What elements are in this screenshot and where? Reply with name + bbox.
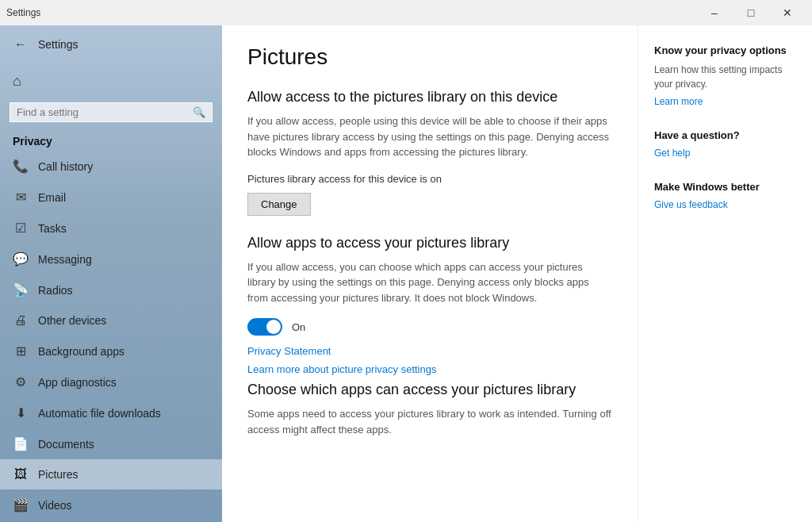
sidebar-item-other-devices[interactable]: 🖨 Other devices	[0, 305, 222, 336]
back-icon: ←	[14, 37, 27, 52]
sidebar-nav-top: ← Settings	[0, 25, 222, 63]
toggle-track	[247, 318, 282, 336]
toggle-row: On	[247, 318, 612, 336]
title-bar-controls: – □ ✕	[696, 0, 806, 25]
sidebar-item-tasks[interactable]: ☑ Tasks	[0, 213, 222, 244]
right-section-feedback: Make Windows better Give us feedback	[654, 181, 796, 210]
sidebar-item-documents[interactable]: 📄 Documents	[0, 428, 222, 459]
home-button[interactable]: ⌂	[0, 63, 222, 99]
section1-description: If you allow access, people using this d…	[247, 113, 612, 160]
close-button[interactable]: ✕	[769, 0, 806, 25]
pictures-toggle[interactable]	[247, 318, 282, 336]
search-box[interactable]: 🔍	[10, 102, 213, 122]
sidebar: ← Settings ⌂ 🔍 Privacy 📞 Call history ✉ …	[0, 25, 222, 522]
sidebar-item-label: Pictures	[38, 468, 79, 481]
sidebar-item-label: Call history	[38, 160, 93, 173]
home-icon: ⌂	[13, 73, 21, 90]
sidebar-item-email[interactable]: ✉ Email	[0, 182, 222, 213]
sidebar-app-title: Settings	[38, 38, 79, 51]
search-input[interactable]	[17, 106, 193, 118]
sidebar-item-label: Messaging	[38, 253, 92, 266]
sidebar-item-background-apps[interactable]: ⊞ Background apps	[0, 336, 222, 367]
main-panel: Pictures Allow access to the pictures li…	[222, 25, 812, 522]
sidebar-item-label: App diagnostics	[38, 376, 117, 389]
section1-heading: Allow access to the pictures library on …	[247, 89, 612, 106]
sidebar-item-label: Tasks	[38, 222, 67, 235]
sidebar-item-label: Email	[38, 191, 66, 204]
sidebar-item-label: Background apps	[38, 345, 124, 358]
sidebar-item-label: Automatic file downloads	[38, 407, 161, 420]
other-devices-icon: 🖨	[13, 313, 29, 328]
app-body: ← Settings ⌂ 🔍 Privacy 📞 Call history ✉ …	[0, 25, 812, 522]
title-bar-left: Settings	[6, 7, 40, 18]
maximize-button[interactable]: □	[733, 0, 769, 25]
page-title: Pictures	[247, 44, 612, 70]
email-icon: ✉	[13, 190, 29, 205]
sidebar-item-videos[interactable]: 🎬 Videos	[0, 489, 222, 520]
give-feedback-link[interactable]: Give us feedback	[654, 199, 796, 210]
pictures-icon: 🖼	[13, 467, 29, 482]
section3-heading: Choose which apps can access your pictur…	[247, 382, 612, 398]
toggle-label: On	[292, 321, 305, 333]
section2-description: If you allow access, you can choose whic…	[247, 259, 612, 306]
learn-more-pictures-link[interactable]: Learn more about picture privacy setting…	[247, 363, 612, 375]
tasks-icon: ☑	[13, 221, 29, 236]
documents-icon: 📄	[13, 436, 29, 451]
sidebar-section-title: Privacy	[0, 129, 222, 151]
sidebar-item-pictures[interactable]: 🖼 Pictures	[0, 459, 222, 489]
search-icon: 🔍	[193, 106, 205, 118]
sidebar-item-automatic-file-downloads[interactable]: ⬇ Automatic file downloads	[0, 397, 222, 428]
call-history-icon: 📞	[13, 159, 29, 174]
title-bar: Settings – □ ✕	[0, 0, 812, 25]
right-section-question: Have a question? Get help	[654, 129, 796, 159]
sidebar-item-app-diagnostics[interactable]: ⚙ App diagnostics	[0, 367, 222, 397]
section2-heading: Allow apps to access your pictures libra…	[247, 235, 612, 251]
videos-icon: 🎬	[13, 497, 29, 512]
right-heading-privacy: Know your privacy options	[654, 44, 796, 56]
title-bar-title: Settings	[6, 7, 40, 18]
sidebar-item-call-history[interactable]: 📞 Call history	[0, 151, 222, 182]
section3-description: Some apps need to access your pictures l…	[247, 406, 612, 437]
radios-icon: 📡	[13, 282, 29, 297]
right-section-privacy: Know your privacy options Learn how this…	[654, 44, 796, 107]
privacy-statement-link[interactable]: Privacy Statement	[247, 345, 612, 357]
sidebar-item-label: Documents	[38, 438, 94, 451]
background-apps-icon: ⊞	[13, 344, 29, 359]
app-diagnostics-icon: ⚙	[13, 374, 29, 390]
get-help-link[interactable]: Get help	[654, 148, 796, 159]
sidebar-item-label: Other devices	[38, 314, 106, 327]
right-heading-question: Have a question?	[654, 129, 796, 141]
sidebar-item-radios[interactable]: 📡 Radios	[0, 274, 222, 305]
messaging-icon: 💬	[13, 251, 29, 267]
right-heading-feedback: Make Windows better	[654, 181, 796, 193]
minimize-button[interactable]: –	[696, 0, 733, 25]
sidebar-item-messaging[interactable]: 💬 Messaging	[0, 244, 222, 274]
automatic-file-downloads-icon: ⬇	[13, 405, 29, 420]
learn-more-link[interactable]: Learn more	[654, 96, 796, 107]
right-panel: Know your privacy options Learn how this…	[638, 25, 812, 522]
back-button[interactable]: ←	[10, 33, 32, 56]
section1-status: Pictures library access for this device …	[247, 173, 612, 185]
toggle-thumb	[266, 320, 281, 334]
sidebar-item-label: Videos	[38, 499, 72, 512]
content-area: Pictures Allow access to the pictures li…	[222, 25, 638, 522]
sidebar-item-label: Radios	[38, 284, 73, 297]
right-description-privacy: Learn how this setting impacts your priv…	[654, 63, 796, 91]
change-button[interactable]: Change	[247, 193, 311, 216]
